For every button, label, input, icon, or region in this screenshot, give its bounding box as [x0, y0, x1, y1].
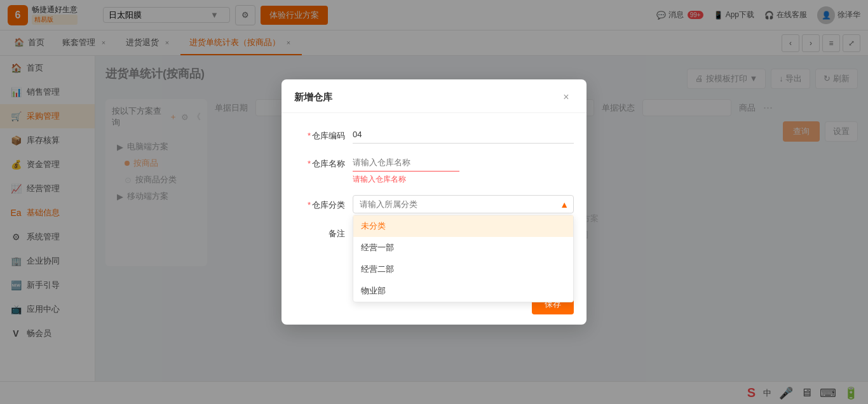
modal: 新增仓库 × *仓库编码 *仓库名称 请输入仓库名称: [281, 79, 587, 325]
name-label: *仓库名称: [294, 154, 345, 170]
category-dropdown: 未分类 经营一部 经营二部 物业部: [353, 215, 574, 302]
code-input[interactable]: [353, 126, 574, 144]
modal-overlay[interactable]: 新增仓库 × *仓库编码 *仓库名称 请输入仓库名称: [0, 0, 868, 404]
dropdown-item-1[interactable]: 经营一部: [353, 237, 573, 259]
modal-header: 新增仓库 ×: [281, 79, 587, 113]
modal-title: 新增仓库: [294, 91, 332, 104]
name-error-msg: 请输入仓库名称: [353, 174, 459, 185]
dropdown-item-3[interactable]: 物业部: [353, 280, 573, 302]
modal-close-button[interactable]: ×: [559, 90, 574, 105]
category-select-wrap: ▲ 未分类 经营一部 经营二部 物业部: [353, 195, 574, 213]
note-label: 备注: [294, 224, 345, 239]
form-row-code: *仓库编码: [294, 126, 574, 144]
modal-body: *仓库编码 *仓库名称 请输入仓库名称 *仓: [281, 113, 587, 286]
dropdown-item-0[interactable]: 未分类: [353, 215, 573, 237]
category-label: *仓库分类: [294, 195, 345, 211]
code-label: *仓库编码: [294, 126, 345, 142]
dropdown-item-2[interactable]: 经营二部: [353, 259, 573, 280]
form-row-name: *仓库名称 请输入仓库名称: [294, 154, 574, 185]
name-input[interactable]: [353, 154, 459, 172]
category-input[interactable]: [353, 195, 574, 213]
form-row-category: *仓库分类 ▲ 未分类 经营一部 经营二部 物业部: [294, 195, 574, 213]
